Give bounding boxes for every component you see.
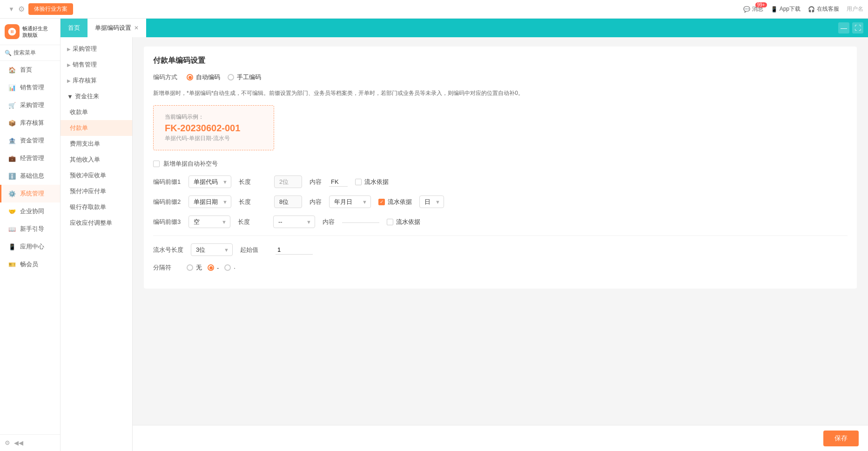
flow2-unit-select[interactable]: 日 xyxy=(419,195,444,208)
config-row-1: 编码前缀1 单据代码 ▼ 长度 内容 FK xyxy=(153,175,848,188)
sidebar-item-finance[interactable]: 🏦 资金管理 xyxy=(0,132,60,149)
flow1-label: 流水依据 xyxy=(364,178,389,186)
tab-maximize-button[interactable]: ⛶ xyxy=(852,22,863,34)
flow3-checkbox[interactable]: 流水依据 xyxy=(387,218,420,226)
tab-home[interactable]: 首页 xyxy=(61,19,87,37)
submenu-header-sales[interactable]: ▶ 销售管理 xyxy=(61,57,132,73)
save-button[interactable]: 保存 xyxy=(823,431,859,446)
submenu-header-purchase[interactable]: ▶ 采购管理 xyxy=(61,41,132,57)
submenu-group-inventory: ▶ 库存核算 xyxy=(61,73,132,88)
auto-code-radio[interactable]: 自动编码 xyxy=(187,73,220,81)
tab-minimize-button[interactable]: — xyxy=(838,22,849,34)
auto-fill-row: 新增单据自动补空号 xyxy=(153,160,848,168)
top-bar: ▼ ⚙ 体验行业方案 💬 消息 99+ 📱 App下载 🎧 在线客服 用户名 xyxy=(0,0,868,19)
code-preview-sub: 单据代码-单据日期-流水号 xyxy=(165,135,262,142)
sidebar-item-home[interactable]: 🏠 首页 xyxy=(0,61,60,79)
submenu-item-receipts[interactable]: 收款单 xyxy=(61,104,132,120)
sidebar-item-label: 系统管理 xyxy=(20,189,44,198)
member-icon: 🎫 xyxy=(8,260,16,269)
dropdown-icon[interactable]: ▼ xyxy=(8,6,14,13)
start-value-input[interactable] xyxy=(276,245,313,255)
sep-none-radio[interactable]: 无 xyxy=(187,263,202,272)
sidebar-item-management[interactable]: 💼 经营管理 xyxy=(0,149,60,167)
prefix1-select[interactable]: 单据代码 xyxy=(188,175,231,188)
serial-length-select[interactable]: 3位 xyxy=(191,243,233,256)
length2-input[interactable] xyxy=(274,195,302,208)
flow3-box[interactable] xyxy=(387,219,393,225)
online-service-button[interactable]: 🎧 在线客服 xyxy=(808,5,839,13)
app-download-button[interactable]: 📱 App下载 xyxy=(771,5,801,13)
top-bar-right: 💬 消息 99+ 📱 App下载 🎧 在线客服 用户名 xyxy=(743,5,863,13)
sidebar-nav: 🏠 首页 📊 销售管理 🛒 采购管理 📦 库存核算 🏦 资金管理 💼 经 xyxy=(0,61,60,434)
online-service-label: 在线客服 xyxy=(817,5,839,13)
sidebar-item-sales[interactable]: 📊 销售管理 xyxy=(0,79,60,96)
submenu-item-bank[interactable]: 银行存取款单 xyxy=(61,199,132,215)
purchase-icon: 🛒 xyxy=(8,101,16,109)
submenu-item-expense[interactable]: 费用支出单 xyxy=(61,136,132,152)
submenu-item-prepay-pay[interactable]: 预付冲应付单 xyxy=(61,183,132,199)
prefix2-select[interactable]: 单据日期 xyxy=(188,195,231,208)
content-area: 首页 单据编码设置 ✕ — ⛶ ▶ 采购管理 xyxy=(61,19,868,451)
flow2-unit-wrapper: 日 ▼ xyxy=(419,195,444,208)
serial-length-label: 流水号长度 xyxy=(153,246,183,254)
sidebar-item-system[interactable]: ⚙️ 系统管理 xyxy=(0,185,60,202)
submenu-item-adj[interactable]: 应收应付调整单 xyxy=(61,215,132,231)
content2-select[interactable]: 年月日 xyxy=(329,195,371,208)
message-button[interactable]: 💬 消息 99+ xyxy=(743,5,763,13)
prefix3-select[interactable]: 空 xyxy=(188,215,230,228)
settings-bottom-icon[interactable]: ⚙ xyxy=(5,439,10,446)
system-icon: ⚙️ xyxy=(8,189,16,198)
sep-dot2-label: · xyxy=(234,264,236,271)
content2-select-wrapper: 年月日 ▼ xyxy=(329,195,371,208)
length1-input[interactable] xyxy=(274,175,302,188)
message-icon: 💬 xyxy=(743,6,750,13)
trial-button[interactable]: 体验行业方案 xyxy=(28,3,73,15)
sidebar-item-member[interactable]: 🎫 畅会员 xyxy=(0,256,60,273)
sidebar-item-label: 企业协同 xyxy=(20,207,44,215)
logo-text: 畅通好生意 旗舰版 xyxy=(22,25,48,39)
flow1-checkbox[interactable]: 流水依据 xyxy=(355,178,389,186)
auto-fill-checkbox[interactable] xyxy=(153,161,160,167)
separator-label: 分隔符 xyxy=(153,263,181,272)
length3-select-wrapper: -- ▼ xyxy=(273,215,315,228)
sep-dot-radio[interactable]: - xyxy=(208,264,219,271)
sep-dot2-radio[interactable]: · xyxy=(224,264,236,271)
length3-label: 长度 xyxy=(238,218,266,226)
sidebar-item-inventory[interactable]: 📦 库存核算 xyxy=(0,114,60,132)
sales-icon: 📊 xyxy=(8,83,16,92)
logo-icon xyxy=(5,24,20,39)
search-menu-label: 搜索菜单 xyxy=(13,49,36,57)
sidebar-item-collab[interactable]: 🤝 企业协同 xyxy=(0,202,60,220)
sidebar-item-appcenter[interactable]: 📱 应用中心 xyxy=(0,238,60,256)
tab-close-icon[interactable]: ✕ xyxy=(134,25,139,31)
collapse-icon[interactable]: ◀◀ xyxy=(14,439,23,446)
submenu-item-other-income[interactable]: 其他收入单 xyxy=(61,152,132,168)
search-menu[interactable]: 🔍 搜索菜单 xyxy=(0,45,60,61)
flow2-checkbox[interactable]: ✓ 流水依据 xyxy=(378,198,412,206)
bottom-bar: 保存 xyxy=(133,425,868,451)
flow1-box[interactable] xyxy=(355,179,362,185)
submenu-label: 销售管理 xyxy=(73,61,97,69)
settings-icon[interactable]: ⚙ xyxy=(18,5,25,13)
submenu-item-payment[interactable]: 付款单 xyxy=(61,120,132,136)
sidebar-item-label: 畅会员 xyxy=(20,260,38,269)
content3-label: 内容 xyxy=(323,218,335,226)
sidebar-item-purchase[interactable]: 🛒 采购管理 xyxy=(0,96,60,114)
submenu-header-finance[interactable]: ▼ 资金往来 xyxy=(61,88,132,104)
length2-label: 长度 xyxy=(239,198,267,206)
length3-select[interactable]: -- xyxy=(273,215,315,228)
collab-icon: 🤝 xyxy=(8,207,16,215)
message-badge: 99+ xyxy=(755,2,767,7)
auto-code-dot xyxy=(187,74,193,81)
submenu-group-sales: ▶ 销售管理 xyxy=(61,57,132,73)
sidebar-item-info[interactable]: ℹ️ 基础信息 xyxy=(0,167,60,185)
flow2-box[interactable]: ✓ xyxy=(378,199,385,205)
tab-coding-label: 单据编码设置 xyxy=(95,24,131,32)
submenu-header-inventory[interactable]: ▶ 库存核算 xyxy=(61,73,132,88)
manual-code-radio[interactable]: 手工编码 xyxy=(228,73,261,81)
submenu-group-finance: ▼ 资金往来 收款单 付款单 费用支出单 其他收入单 预收冲应收单 预付冲应付单… xyxy=(61,88,132,231)
sidebar-item-guide[interactable]: 📖 新手引导 xyxy=(0,220,60,238)
tab-coding-settings[interactable]: 单据编码设置 ✕ xyxy=(87,19,146,37)
submenu-item-prepay-recv[interactable]: 预收冲应收单 xyxy=(61,168,132,183)
arrow-right-icon: ▶ xyxy=(67,47,71,52)
